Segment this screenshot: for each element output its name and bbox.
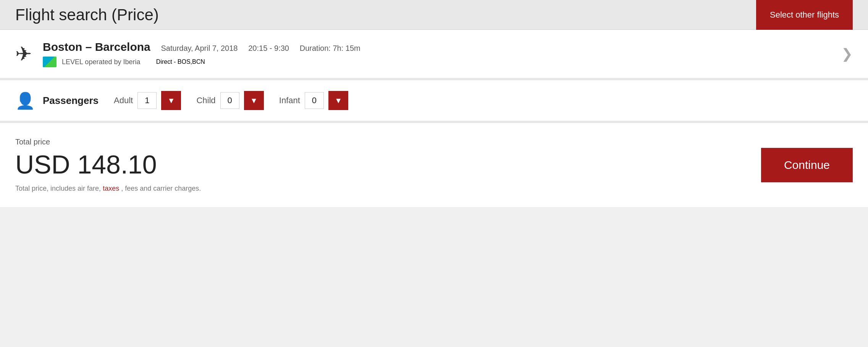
price-left: Total price USD 148.10 Total price, incl…	[15, 138, 201, 193]
taxes-link[interactable]: taxes	[103, 185, 119, 192]
adult-label: Adult	[114, 96, 133, 105]
flight-details: Boston – Barcelona Saturday, April 7, 20…	[43, 41, 360, 54]
flight-expand-icon[interactable]: ❯	[841, 46, 853, 62]
price-note-before: Total price, includes air fare,	[15, 185, 101, 192]
select-other-flights-button[interactable]: Select other flights	[756, 0, 853, 30]
child-count: 0	[220, 92, 239, 109]
continue-button[interactable]: Continue	[761, 148, 853, 182]
infant-group: Infant 0 ▼	[279, 91, 348, 110]
flight-stops: Direct - BOS,BCN	[156, 58, 205, 65]
flight-left: ✈ Boston – Barcelona Saturday, April 7, …	[15, 41, 360, 67]
flight-info: Boston – Barcelona Saturday, April 7, 20…	[43, 41, 360, 67]
person-icon: 👤	[15, 91, 35, 110]
price-note-after: , fees and carrier charges.	[121, 185, 201, 192]
price-note: Total price, includes air fare, taxes , …	[15, 185, 201, 193]
child-label: Child	[196, 96, 215, 105]
adult-chevron-down-icon: ▼	[167, 96, 175, 105]
child-dropdown-button[interactable]: ▼	[244, 91, 264, 110]
flight-time: 20:15 - 9:30	[248, 44, 289, 52]
airline-name: LEVEL operated by Iberia	[62, 58, 140, 66]
child-group: Child 0 ▼	[196, 91, 263, 110]
passengers-label: Passengers	[43, 95, 99, 107]
flight-duration: Duration: 7h: 15m	[300, 44, 360, 52]
infant-chevron-down-icon: ▼	[335, 96, 342, 105]
infant-dropdown-button[interactable]: ▼	[328, 91, 348, 110]
flight-section: ✈ Boston – Barcelona Saturday, April 7, …	[0, 30, 868, 80]
plane-icon: ✈	[15, 42, 32, 65]
adult-group: Adult 1 ▼	[114, 91, 181, 110]
infant-count: 0	[305, 92, 324, 109]
flight-route: Boston – Barcelona	[43, 41, 150, 53]
adult-dropdown-button[interactable]: ▼	[161, 91, 181, 110]
adult-count: 1	[137, 92, 157, 109]
total-price-value: USD 148.10	[15, 149, 201, 179]
header: Flight search (Price) Select other fligh…	[0, 0, 868, 30]
total-price-label: Total price	[15, 138, 201, 146]
price-section: Total price USD 148.10 Total price, incl…	[0, 123, 868, 207]
page-title: Flight search (Price)	[15, 6, 159, 24]
flight-airline-row: LEVEL operated by Iberia Direct - BOS,BC…	[43, 57, 360, 67]
infant-label: Infant	[279, 96, 300, 105]
passengers-section: 👤 Passengers Adult 1 ▼ Child 0 ▼ Infant …	[0, 80, 868, 123]
airline-logo	[43, 57, 57, 67]
child-chevron-down-icon: ▼	[250, 96, 258, 105]
flight-date: Saturday, April 7, 2018	[161, 44, 238, 52]
